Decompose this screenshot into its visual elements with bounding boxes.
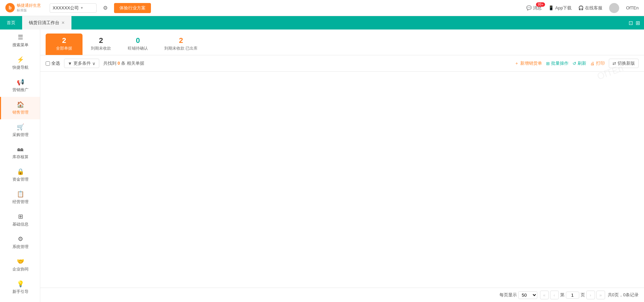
settings-icon[interactable]: ⚙ xyxy=(101,3,110,13)
stat-label-overdue: 到期未收款 xyxy=(91,46,111,51)
per-page-dropdown[interactable]: 50 100 200 xyxy=(518,291,537,299)
purchase-icon: 🛒 xyxy=(17,123,24,131)
company-name: XXXXXX公司 xyxy=(53,5,79,11)
messages-button[interactable]: 💬 消息 99+ xyxy=(526,5,542,11)
sidebar-item-inventory[interactable]: 🏘 库存核算 xyxy=(0,142,40,164)
refresh-label: 刷新 xyxy=(578,60,586,66)
header-right: 💬 消息 99+ 📱 App下载 🎧 在线客服 OfTEn xyxy=(526,3,639,13)
basics-icon: ⊞ xyxy=(18,213,23,220)
select-all-input[interactable] xyxy=(46,61,50,66)
sidebar-item-search[interactable]: ☰ 搜索菜单 xyxy=(0,29,40,52)
related-label: 相关单据 xyxy=(127,61,144,66)
stat-num-overdue: 2 xyxy=(99,36,103,45)
batch-icon: ⊞ xyxy=(546,61,550,66)
company-selector[interactable]: XXXXXX公司 ▼ xyxy=(50,3,97,13)
prev-page-button[interactable]: ‹ xyxy=(550,291,559,299)
stat-num-all: 2 xyxy=(62,36,66,45)
print-button[interactable]: 🖨 打印 xyxy=(590,60,605,66)
user-avatar[interactable] xyxy=(609,3,619,13)
maximize-icon[interactable]: ⊞ xyxy=(636,20,640,26)
toolbar-right: ＋ 新增销货单 ⊞ 批量操作 ↺ 刷新 🖨 打印 ⇄ 切换新版 xyxy=(515,59,639,68)
toolbar: 全选 ▼ 更多条件 ∨ 共找到 0 条 相关单据 ＋ 新增销货单 xyxy=(40,55,644,72)
switch-version-button[interactable]: ⇄ 切换新版 xyxy=(609,59,639,68)
tab-home[interactable]: 首页 xyxy=(0,16,22,29)
sidebar-item-appcenter[interactable]: 🗂 应用中心 xyxy=(0,299,40,302)
page-number-input[interactable] xyxy=(566,292,579,299)
logo-area: b 畅捷通好生意 标准版 xyxy=(5,3,46,12)
tab-sales-workbench[interactable]: 钱货日清工作台 ✕ xyxy=(22,16,71,29)
sidebar-item-enterprise[interactable]: 🤝 企业协同 xyxy=(0,254,40,276)
refresh-button[interactable]: ↺ 刷新 xyxy=(573,60,586,66)
stat-tab-wangpu[interactable]: 0 旺铺待确认 xyxy=(119,34,156,55)
messages-badge: 99+ xyxy=(536,2,545,7)
sidebar-item-basics[interactable]: ⊞ 基础信息 xyxy=(0,209,40,231)
user-name: OfTEn xyxy=(626,5,639,10)
add-sales-order-button[interactable]: ＋ 新增销货单 xyxy=(515,60,542,66)
try-industry-button[interactable]: 体验行业方案 xyxy=(114,3,151,13)
select-all-checkbox[interactable]: 全选 xyxy=(46,60,60,66)
sidebar-item-sales[interactable]: 🏠 销售管理 xyxy=(0,97,40,119)
search-menu-icon: ☰ xyxy=(18,34,23,41)
sidebar: ☰ 搜索菜单 ⚡ 快捷导航 📢 营销推广 🏠 销售管理 🛒 采购管理 🏘 库存核… xyxy=(0,29,40,302)
sidebar-label-finance: 资金管理 xyxy=(12,177,29,182)
per-page-label: 每页显示 xyxy=(499,292,517,298)
sidebar-label-purchase: 采购管理 xyxy=(12,132,29,138)
stat-label-shipped: 到期未收款 已出库 xyxy=(164,46,198,51)
finance-icon: 🔒 xyxy=(17,168,24,175)
found-count: 0 xyxy=(118,61,120,66)
sidebar-item-marketing[interactable]: 📢 营销推广 xyxy=(0,74,40,97)
sidebar-label-system: 系统管理 xyxy=(12,244,29,250)
batch-operation-button[interactable]: ⊞ 批量操作 xyxy=(546,60,569,66)
sidebar-item-quicknav[interactable]: ⚡ 快捷导航 xyxy=(0,52,40,74)
filter-icon: ▼ xyxy=(68,61,72,66)
sidebar-label-quicknav: 快捷导航 xyxy=(12,65,29,70)
found-prefix: 共找到 xyxy=(103,61,116,66)
switch-icon: ⇄ xyxy=(612,61,616,66)
stat-tab-shipped[interactable]: 2 到期未收款 已出库 xyxy=(156,34,206,55)
plus-icon: ＋ xyxy=(515,60,519,66)
refresh-icon: ↺ xyxy=(573,61,576,66)
filter-chevron-icon: ∨ xyxy=(92,61,96,66)
sidebar-label-sales: 销售管理 xyxy=(12,110,29,115)
sidebar-item-guide[interactable]: 💡 新手引导 xyxy=(0,276,40,299)
per-page-select: 每页显示 50 100 200 xyxy=(499,291,537,299)
quicknav-icon: ⚡ xyxy=(17,56,24,63)
sales-icon: 🏠 xyxy=(17,101,24,108)
main-layout: ☰ 搜索菜单 ⚡ 快捷导航 📢 营销推广 🏠 销售管理 🛒 采购管理 🏘 库存核… xyxy=(0,29,644,302)
tab-sales-label: 钱货日清工作台 xyxy=(29,20,59,26)
sidebar-item-operations[interactable]: 📋 经营管理 xyxy=(0,186,40,209)
sidebar-label-operations: 经营管理 xyxy=(12,199,29,205)
sidebar-label-marketing: 营销推广 xyxy=(12,87,29,93)
more-filter-button[interactable]: ▼ 更多条件 ∨ xyxy=(64,59,99,68)
print-label: 打印 xyxy=(596,60,605,66)
app-download-button[interactable]: 📱 App下载 xyxy=(548,5,572,11)
total-records-text: 共0页，0条记录 xyxy=(608,292,639,298)
tab-expand-area: ⊡ ⊞ xyxy=(629,20,644,26)
sidebar-item-finance[interactable]: 🔒 资金管理 xyxy=(0,164,40,186)
last-page-button[interactable]: » xyxy=(596,291,605,299)
online-service-button[interactable]: 🎧 在线客服 xyxy=(578,5,602,11)
inventory-icon: 🏘 xyxy=(17,146,23,153)
tab-close-icon[interactable]: ✕ xyxy=(61,20,65,25)
content-area: 2 全部单据 2 到期未收款 0 旺铺待确认 2 到期未收款 已出库 全选 xyxy=(40,29,644,302)
stat-tab-all[interactable]: 2 全部单据 xyxy=(46,34,83,55)
page-label: 第 xyxy=(560,292,565,298)
sidebar-item-purchase[interactable]: 🛒 采购管理 xyxy=(0,119,40,142)
first-page-button[interactable]: « xyxy=(540,291,549,299)
header-left: b 畅捷通好生意 标准版 XXXXXX公司 ▼ ⚙ 体验行业方案 xyxy=(5,3,151,13)
found-unit: 条 xyxy=(121,61,125,66)
stat-label-wangpu: 旺铺待确认 xyxy=(128,46,148,51)
stat-num-wangpu: 0 xyxy=(136,36,140,45)
stat-tab-overdue[interactable]: 2 到期未收款 xyxy=(83,34,119,55)
stat-label-all: 全部单据 xyxy=(56,46,72,51)
minimize-icon[interactable]: ⊡ xyxy=(629,20,633,26)
next-page-button[interactable]: › xyxy=(586,291,595,299)
logo-icon: b xyxy=(5,3,15,12)
watermark: OfTEn xyxy=(596,72,625,82)
top-header: b 畅捷通好生意 标准版 XXXXXX公司 ▼ ⚙ 体验行业方案 💬 消息 99… xyxy=(0,0,644,16)
guide-icon: 💡 xyxy=(17,280,24,288)
page-nav: « ‹ 第 页 › » xyxy=(540,291,605,299)
stats-tabs: 2 全部单据 2 到期未收款 0 旺铺待确认 2 到期未收款 已出库 xyxy=(40,29,644,55)
print-icon: 🖨 xyxy=(590,61,595,66)
sidebar-item-system[interactable]: ⚙ 系统管理 xyxy=(0,231,40,254)
